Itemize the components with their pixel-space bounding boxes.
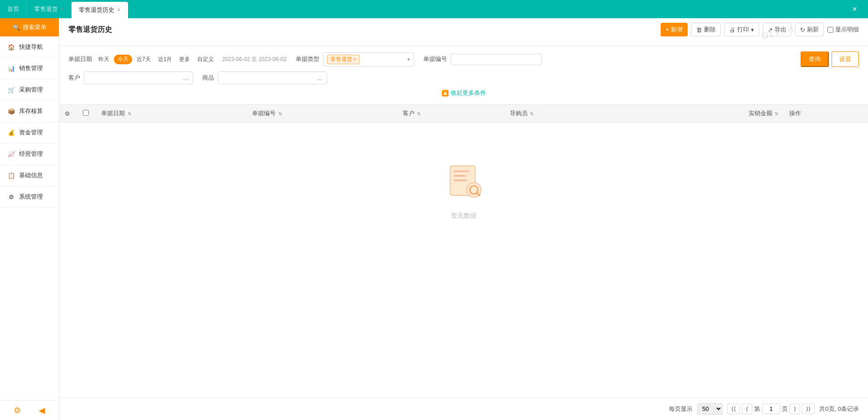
customer-input[interactable] xyxy=(88,75,181,82)
svg-rect-3 xyxy=(453,179,467,181)
select-all-checkbox[interactable] xyxy=(83,110,89,116)
tab-close-return[interactable]: × xyxy=(61,6,64,12)
sidebar-item-inventory[interactable]: 📦 库存核算 xyxy=(0,101,59,122)
th-settings[interactable]: ⚙ xyxy=(59,105,77,123)
sidebar-item-operations[interactable]: 📈 经营管理 xyxy=(0,143,59,165)
window-close-btn[interactable]: × xyxy=(848,3,861,16)
operations-icon: 📈 xyxy=(7,150,15,158)
page-input-wrap: 第 页 xyxy=(754,404,788,414)
voucher-type-tag: 零售退货 × xyxy=(327,55,360,64)
voucher-no-filter: 单据编号 xyxy=(423,54,542,65)
th-amount[interactable]: 实销金额 ⇅ xyxy=(633,105,784,123)
sidebar-item-basic-info[interactable]: 📋 基础信息 xyxy=(0,165,59,186)
tab-return-history[interactable]: 零售退货历史× xyxy=(72,2,128,18)
sidebar-item-quick-nav[interactable]: 🏠 快捷导航 xyxy=(0,36,59,58)
voucher-no-label: 单据编号 xyxy=(423,55,447,63)
table-header-row: ⚙ 单据日期 ⇅ 单据编号 ⇅ 客户 ⇅ xyxy=(59,105,868,123)
date-7days[interactable]: 近7天 xyxy=(134,55,154,64)
tab-label-home: 首页 xyxy=(7,5,19,13)
print-dropdown-icon: ▾ xyxy=(751,26,754,33)
date-custom[interactable]: 自定义 xyxy=(195,55,216,64)
sidebar-label-purchase-mgmt: 采购管理 xyxy=(19,86,43,94)
page-nav: ⟨⟨ ⟨ 第 页 ⟩ ⟩⟩ xyxy=(727,404,815,414)
date-filter: 单据日期 昨天 今天 近7天 近1月 更多 自定义 2023-06-02 至 2… xyxy=(68,55,287,64)
date-1month[interactable]: 近1月 xyxy=(155,55,175,64)
customer-dots[interactable]: ... xyxy=(183,74,189,82)
table-header: ⚙ 单据日期 ⇅ 单据编号 ⇅ 客户 ⇅ xyxy=(59,105,868,123)
prev-page-btn[interactable]: ⟨ xyxy=(742,404,752,414)
th-guide-label: 导购员 xyxy=(510,110,528,117)
th-no[interactable]: 单据编号 ⇅ xyxy=(247,105,397,123)
page-size-select[interactable]: 50 100 200 xyxy=(697,403,723,415)
query-button[interactable]: 查询 xyxy=(801,51,829,67)
search-menu-btn[interactable]: 🔍 搜索菜单 xyxy=(0,18,59,36)
goods-dots[interactable]: ... xyxy=(317,74,323,82)
search-icon: 🔍 xyxy=(13,24,20,31)
filter-row-2: 客户 ... 商品 ... xyxy=(68,72,859,84)
display-toggle[interactable]: 显示明细 xyxy=(827,26,859,34)
th-guide[interactable]: 导购员 ⇅ xyxy=(504,105,633,123)
th-customer[interactable]: 客户 ⇅ xyxy=(397,105,504,123)
sidebar-label-system: 系统管理 xyxy=(19,193,43,201)
collapse-sidebar-icon[interactable]: ◀ xyxy=(39,405,45,415)
sidebar-label-inventory: 库存核算 xyxy=(19,107,43,115)
sidebar-item-system[interactable]: ⚙ 系统管理 xyxy=(0,186,59,208)
voucher-type-filter: 单据类型 零售退货 × ▾ xyxy=(296,52,414,67)
goods-input-wrap[interactable]: ... xyxy=(218,72,327,84)
date-yesterday[interactable]: 昨天 xyxy=(96,55,112,64)
goods-filter: 商品 ... xyxy=(202,72,327,84)
refresh-button[interactable]: ↻ 刷新 xyxy=(795,23,824,36)
chevron-up-icon: 🔼 xyxy=(442,90,449,97)
settings-icon[interactable]: ⚙ xyxy=(14,405,21,415)
display-toggle-checkbox[interactable] xyxy=(827,27,833,33)
print-button[interactable]: 🖨 打印 ▾ xyxy=(724,23,759,36)
date-today[interactable]: 今天 xyxy=(114,55,132,64)
collapse-filters-row: 🔼 收起更多条件 xyxy=(68,89,859,97)
delete-icon: 🗑 xyxy=(696,26,702,33)
page-total: 共0页, 0条记录 xyxy=(819,405,859,413)
new-button[interactable]: + 新增 xyxy=(661,23,688,36)
goods-input[interactable] xyxy=(222,75,315,82)
sidebar-label-basic-info: 基础信息 xyxy=(19,171,43,179)
tab-home[interactable]: 首页 xyxy=(0,0,27,18)
customer-label: 客户 xyxy=(68,74,80,82)
sidebar-bottom: ⚙ ◀ xyxy=(0,400,59,420)
th-checkbox[interactable] xyxy=(77,105,96,123)
purchase-icon: 🛒 xyxy=(7,86,15,94)
th-customer-sort: ⇅ xyxy=(417,111,421,116)
print-icon: 🖨 xyxy=(729,26,735,33)
query-actions: 查询 设置 xyxy=(801,51,859,67)
search-menu-label: 搜索菜单 xyxy=(23,23,46,31)
page-input[interactable] xyxy=(762,404,780,414)
collapse-filters-btn[interactable]: 🔼 收起更多条件 xyxy=(442,89,486,97)
export-icon: ↗ xyxy=(768,26,773,33)
customer-input-wrap[interactable]: ... xyxy=(84,72,193,84)
sidebar-nav: 🏠 快捷导航 📊 销售管理 🛒 采购管理 📦 库存核算 💰 资金管理 📈 经营管… xyxy=(0,36,59,400)
sidebar-item-purchase-mgmt[interactable]: 🛒 采购管理 xyxy=(0,79,59,101)
tab-label-return-history: 零售退货历史 xyxy=(79,6,114,14)
page-size-label: 每页显示 xyxy=(669,405,693,413)
tab-close-return-history[interactable]: × xyxy=(117,7,120,13)
delete-button[interactable]: 🗑 删除 xyxy=(691,23,721,36)
th-date[interactable]: 单据日期 ⇅ xyxy=(96,105,247,123)
date-more[interactable]: 更多 xyxy=(176,55,193,64)
sidebar-label-finance: 资金管理 xyxy=(19,128,43,137)
first-page-btn[interactable]: ⟨⟨ xyxy=(727,404,740,414)
sidebar-item-finance[interactable]: 💰 资金管理 xyxy=(0,122,59,143)
goods-label: 商品 xyxy=(202,74,214,82)
sidebar-item-sales-mgmt[interactable]: 📊 销售管理 xyxy=(0,58,59,79)
basic-icon: 📋 xyxy=(7,171,15,179)
export-button[interactable]: ↗ 导出 xyxy=(763,23,791,36)
main-layout: 🔍 搜索菜单 🏠 快捷导航 📊 销售管理 🛒 采购管理 📦 库存核算 💰 资金管… xyxy=(0,18,868,420)
system-icon: ⚙ xyxy=(7,193,15,201)
voucher-type-tag-close[interactable]: × xyxy=(354,56,356,62)
next-page-btn[interactable]: ⟩ xyxy=(790,404,800,414)
customer-filter: 客户 ... xyxy=(68,72,193,84)
voucher-no-input[interactable] xyxy=(451,54,542,65)
tab-return[interactable]: 零售退货× xyxy=(27,0,72,18)
th-action: 操作 xyxy=(784,105,868,123)
last-page-btn[interactable]: ⟩⟩ xyxy=(802,404,815,414)
sales-icon: 📊 xyxy=(7,64,15,72)
voucher-type-select[interactable]: 零售退货 × ▾ xyxy=(323,52,414,67)
settings-button[interactable]: 设置 xyxy=(832,51,859,67)
